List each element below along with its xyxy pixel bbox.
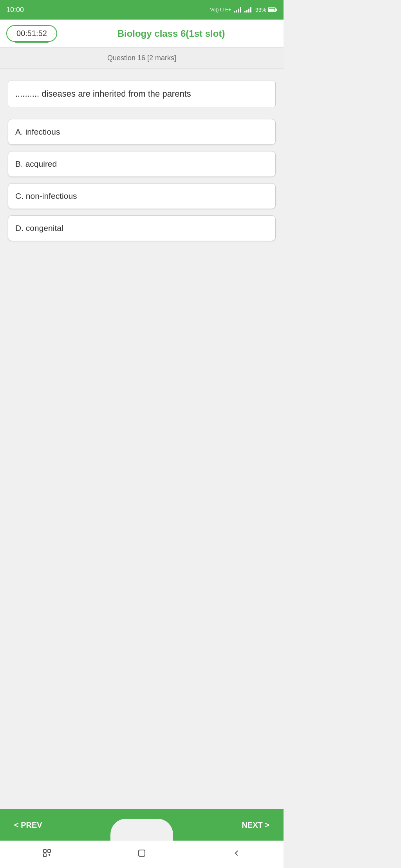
svg-rect-1	[48, 850, 51, 852]
question-text: .......... diseases are inherited from t…	[8, 81, 276, 107]
nav-center-bump	[110, 819, 173, 841]
prev-button[interactable]: < PREV	[8, 817, 49, 834]
option-a[interactable]: A. infectious	[8, 119, 276, 145]
svg-rect-2	[43, 854, 46, 857]
options-container: A. infectious B. acquired C. non-infecti…	[8, 119, 276, 241]
question-header: Question 16 [2 marks]	[0, 48, 284, 69]
nav-home-icon[interactable]	[137, 848, 147, 861]
status-time: 10:00	[6, 6, 24, 14]
status-bar: 10:00 Vo)) LTE+ 93%	[0, 0, 284, 20]
question-label: Question 16 [2 marks]	[107, 54, 176, 62]
timer-badge: 00:51:52	[6, 25, 57, 42]
option-d[interactable]: D. congenital	[8, 215, 276, 241]
option-c[interactable]: C. non-infectious	[8, 183, 276, 209]
option-b[interactable]: B. acquired	[8, 151, 276, 177]
nav-back-icon[interactable]	[232, 848, 241, 860]
svg-rect-5	[139, 850, 145, 856]
timer-value: 00:51:52	[16, 29, 47, 38]
battery-icon	[268, 7, 277, 12]
app-header: 00:51:52 Biology class 6(1st slot)	[0, 20, 284, 48]
svg-rect-0	[43, 850, 46, 852]
class-title: Biology class 6(1st slot)	[65, 28, 277, 39]
bottom-nav: < PREV NEXT >	[0, 809, 284, 841]
signal-icon	[234, 7, 241, 13]
main-content: .......... diseases are inherited from t…	[0, 69, 284, 809]
battery-percent: 93%	[255, 7, 266, 13]
next-button[interactable]: NEXT >	[235, 817, 276, 834]
status-icons: Vo)) LTE+ 93%	[210, 7, 278, 13]
nav-recent-icon[interactable]	[42, 848, 52, 860]
carrier-text: Vo)) LTE+	[210, 7, 231, 13]
system-nav-bar	[0, 841, 284, 868]
signal-icon-2	[244, 7, 251, 13]
